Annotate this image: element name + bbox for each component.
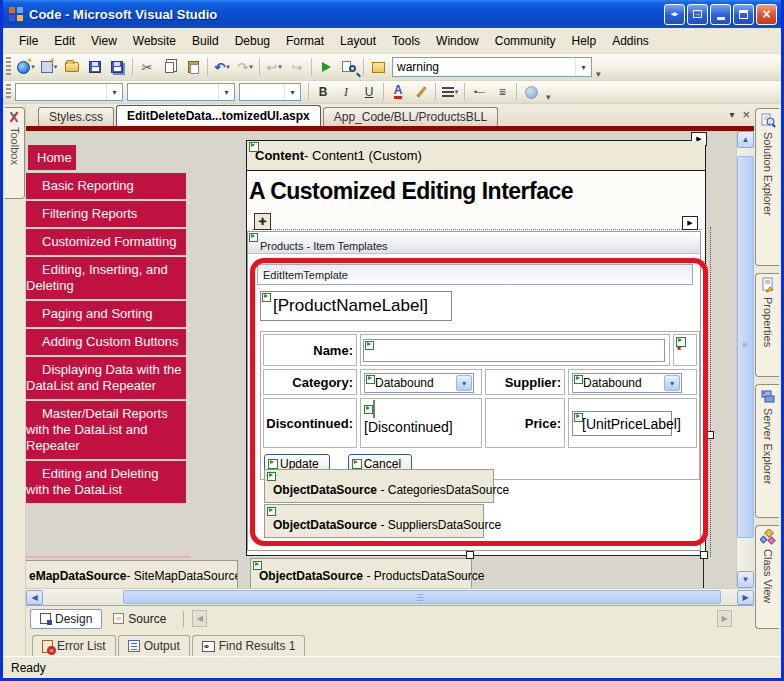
products-datalist-control[interactable]: Products - Item Templates EditItemTempla… [247,231,701,551]
find-results-tab[interactable]: Find Results 1 [192,635,306,656]
start-debugging-button[interactable] [315,56,337,78]
numbered-list-button[interactable]: ≣ [491,83,513,102]
italic-button[interactable]: I [335,83,357,102]
preview-in-browser-button[interactable] [338,56,360,78]
find-in-files-button[interactable] [367,56,389,78]
vertical-scroll-track[interactable] [737,148,754,571]
menu-edit[interactable]: Edit [46,31,83,51]
nav-link-paging-sorting[interactable]: Paging and Sorting [26,301,186,327]
horizontal-scrollbar[interactable]: ◀ ▶ [26,588,754,605]
alignment-button[interactable]: ▾ [439,83,461,102]
toolbar-overflow-chevron[interactable]: ▾ [593,69,604,79]
document-list-dropdown-icon[interactable]: ▾ [729,109,734,120]
nav-link-home[interactable]: Home [28,145,76,170]
move-handle-icon[interactable]: ✚ [254,213,271,230]
scroll-right-button[interactable]: ▶ [737,590,754,605]
menu-layout[interactable]: Layout [332,31,384,51]
category-dropdown[interactable]: Databound ▾ [364,373,474,393]
suppliers-datasource-control[interactable]: ObjectDataSource - SuppliersDataSource [264,504,484,538]
edit-item-template-header[interactable]: EditItemTemplate [257,264,693,285]
tag-navigator-back-button[interactable]: ◀ [192,610,207,627]
font-size-combo[interactable]: ▾ [239,83,301,101]
categories-datasource-control[interactable]: ObjectDataSource - CategoriesDataSource [264,469,494,503]
toolbar-grip[interactable] [6,57,11,76]
source-view-tab[interactable]: ‹› Source [104,609,175,629]
save-button[interactable] [84,56,106,78]
underline-button[interactable]: U [358,83,380,102]
content-control-header[interactable]: Content - Content1 (Custom) [247,141,705,171]
font-combo[interactable]: ▾ [127,83,235,101]
unit-price-label-control[interactable]: [UnitPriceLabel] [572,411,672,436]
menu-website[interactable]: Website [125,31,184,51]
tab-editdeletedata-aspx[interactable]: EditDeleteData...tomizedUI.aspx [116,105,321,126]
selection-handle[interactable] [706,431,714,439]
server-explorer-tab[interactable]: Server Explorer [755,384,779,518]
nav-link-basic-reporting[interactable]: Basic Reporting [26,173,186,199]
close-button[interactable]: × [756,4,777,25]
find-combo-value[interactable]: warning [393,60,575,74]
category-dropdown-arrow-icon[interactable]: ▾ [456,375,472,391]
nav-link-editing-deleting-datalist[interactable]: Editing and Deleting with the DataList [26,461,186,503]
font-color-button[interactable]: A [387,83,409,102]
design-surface[interactable]: Home Basic Reporting Filtering Reports C… [26,131,736,588]
new-website-button[interactable]: ▾ [15,56,37,78]
design-view-tab[interactable]: Design [30,609,102,629]
nav-link-editing-inserting-deleting[interactable]: Editing, Inserting, and Deleting [26,257,186,299]
nav-link-master-detail[interactable]: Master/Detail Reports with the DataList … [26,401,186,459]
menu-view[interactable]: View [83,31,125,51]
add-new-item-button[interactable]: ▾ [38,56,60,78]
horizontal-scroll-thumb[interactable] [123,590,721,604]
menu-file[interactable]: File [11,31,46,51]
menu-help[interactable]: Help [563,31,604,51]
content-control[interactable]: ▶ Content - Content1 (Custom) A Customiz… [246,140,706,556]
datalist-smart-tag-button[interactable]: ▶ [682,216,698,230]
save-all-button[interactable] [107,56,129,78]
undo-button[interactable]: ↶▾ [211,56,233,78]
maximize-button[interactable] [733,4,754,25]
vertical-scroll-thumb[interactable] [737,156,754,538]
supplier-dropdown[interactable]: Databound ▾ [572,373,682,393]
discontinued-checkbox[interactable] [373,400,375,418]
nav-link-adding-custom-buttons[interactable]: Adding Custom Buttons [26,329,186,355]
nav-link-displaying-data[interactable]: Displaying Data with the DataList and Re… [26,357,186,399]
name-textbox[interactable] [363,339,665,362]
menu-debug[interactable]: Debug [227,31,278,51]
find-combo-dropdown-icon[interactable]: ▾ [575,58,591,76]
supplier-dropdown-arrow-icon[interactable]: ▾ [664,375,680,391]
navigate-forward-button[interactable]: ↪ [286,56,308,78]
selection-handle[interactable] [700,551,708,559]
style-combo[interactable]: ▾ [15,83,123,101]
cut-button[interactable]: ✂ [136,56,158,78]
navigate-backward-button[interactable]: ↩▾ [263,56,285,78]
tab-styles-css[interactable]: Styles.css [38,107,114,126]
open-file-button[interactable] [61,56,83,78]
sitemapdatasource-control[interactable]: eMapDataSource - SiteMapDataSource1 [26,560,238,588]
toolbox-tab[interactable]: Toolbox [5,107,25,199]
redo-button[interactable]: ↷▾ [234,56,256,78]
product-name-label-control[interactable]: [ProductNameLabel] [260,291,452,321]
products-datasource-control[interactable]: ObjectDataSource - ProductsDataSource [250,558,472,588]
minimize-button[interactable] [710,4,731,25]
menu-build[interactable]: Build [184,31,227,51]
highlight-button[interactable] [410,83,432,102]
toolbar-grip[interactable] [6,84,11,100]
copy-button[interactable] [159,56,181,78]
solution-explorer-tab[interactable]: Solution Explorer [755,108,779,266]
selection-handle[interactable] [466,551,474,559]
scroll-up-button[interactable]: ▲ [737,131,754,148]
toolbar-overflow-chevron[interactable]: ▾ [543,92,554,102]
caption-arrows-button[interactable]: ◂▸ [664,4,685,25]
title-bar[interactable]: Code - Microsoft Visual Studio ◂▸ → × [3,0,781,28]
scroll-down-button[interactable]: ▼ [737,571,754,588]
menu-addins[interactable]: Addins [604,31,657,51]
tab-productsbll[interactable]: App_Code/BLL/ProductsBLL [323,107,498,126]
bold-button[interactable]: B [312,83,334,102]
scroll-left-button[interactable]: ◀ [26,590,43,605]
find-combo[interactable]: warning ▾ [392,57,592,77]
vertical-scrollbar[interactable]: ▲ ▼ [736,131,754,588]
tag-navigator-forward-button[interactable]: ▶ [717,610,732,627]
paste-button[interactable] [182,56,204,78]
menu-window[interactable]: Window [428,31,487,51]
class-view-tab[interactable]: Class View [755,525,779,629]
datalist-header[interactable]: Products - Item Templates [248,232,700,254]
